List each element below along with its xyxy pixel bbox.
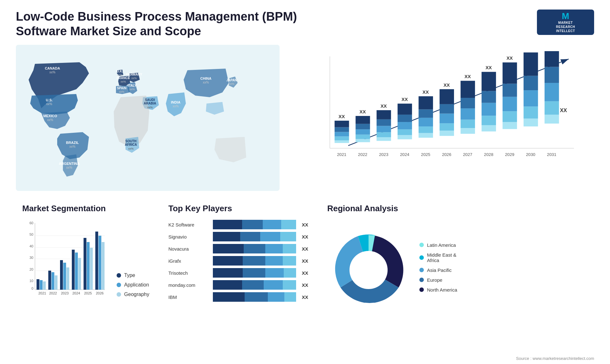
svg-rect-38: [335, 137, 349, 140]
svg-rect-134: [55, 275, 58, 290]
svg-text:XX: XX: [360, 109, 366, 114]
svg-text:2021: 2021: [38, 291, 46, 295]
svg-text:2031: 2031: [547, 152, 556, 157]
asia-pacific-dot: [419, 268, 424, 272]
svg-text:ARGENTINA: ARGENTINA: [59, 162, 79, 165]
map-container: CANADA xx% U.S. xx% MEXICO xx% BRAZIL xx…: [16, 45, 280, 191]
svg-rect-59: [397, 129, 412, 135]
svg-rect-136: [60, 260, 63, 290]
svg-text:U.S.: U.S.: [46, 98, 52, 102]
player-row: Trisotech XX: [168, 268, 308, 278]
svg-text:XX: XX: [464, 74, 471, 79]
header: Low-Code Business Process Management (BP…: [16, 10, 594, 38]
svg-text:2021: 2021: [337, 152, 346, 157]
svg-point-152: [349, 251, 388, 289]
svg-text:20: 20: [30, 267, 33, 271]
svg-rect-44: [356, 139, 370, 142]
mea-label: Middle East &Africa: [427, 252, 457, 263]
player-xx: XX: [302, 294, 308, 300]
svg-text:2025: 2025: [84, 291, 92, 295]
svg-rect-97: [503, 63, 517, 84]
svg-text:xx%: xx%: [50, 71, 56, 74]
player-bar: [213, 244, 296, 253]
player-row: IBM XX: [168, 292, 308, 302]
svg-rect-82: [461, 98, 475, 108]
svg-rect-65: [418, 133, 433, 138]
svg-text:XX: XX: [506, 56, 513, 61]
svg-rect-96: [503, 84, 517, 97]
player-name: Signavio: [168, 234, 210, 239]
svg-rect-61: [397, 115, 412, 122]
svg-text:XX: XX: [402, 97, 408, 102]
north-america-label: North America: [427, 287, 457, 293]
logo-box: M MARKET RESEARCH INTELLECT: [537, 10, 594, 35]
svg-text:AFRICA: AFRICA: [125, 143, 137, 146]
svg-text:2024: 2024: [72, 291, 80, 295]
svg-rect-149: [98, 236, 101, 290]
svg-text:60: 60: [30, 221, 33, 225]
svg-text:XX: XX: [381, 104, 387, 109]
svg-rect-144: [84, 238, 86, 290]
svg-rect-68: [418, 110, 433, 118]
player-bar: [213, 292, 296, 302]
svg-text:50: 50: [30, 233, 33, 236]
svg-rect-80: [461, 120, 475, 128]
svg-rect-93: [503, 122, 517, 129]
reg-legend-north-america: North America: [419, 287, 457, 293]
player-row: iGrafx XX: [168, 256, 308, 266]
svg-text:30: 30: [30, 256, 33, 260]
svg-text:2030: 2030: [526, 152, 535, 157]
player-row: Signavio XX: [168, 232, 308, 241]
svg-text:xx%: xx%: [229, 82, 234, 85]
svg-text:xx%: xx%: [147, 106, 152, 109]
player-row: K2 Software XX: [168, 220, 308, 229]
player-xx: XX: [302, 246, 308, 252]
svg-text:xx%: xx%: [131, 77, 137, 80]
svg-text:2026: 2026: [96, 291, 104, 295]
legend-application: Application: [117, 282, 149, 288]
europe-dot: [419, 278, 424, 282]
seg-chart-area: 60 50 40 30 20 10 0: [22, 220, 149, 304]
legend-type-label: Type: [124, 273, 135, 278]
player-xx: XX: [302, 234, 308, 239]
svg-text:2028: 2028: [484, 152, 493, 157]
player-name: Novacura: [168, 246, 210, 252]
svg-text:xx%: xx%: [120, 80, 126, 83]
svg-text:xx%: xx%: [203, 81, 209, 84]
players-list: K2 Software XX Signavio: [168, 220, 308, 302]
player-xx: XX: [302, 270, 308, 276]
svg-text:ITALY: ITALY: [128, 84, 137, 87]
svg-rect-69: [418, 96, 433, 109]
svg-rect-87: [482, 116, 496, 125]
regional-title: Regional Analysis: [327, 204, 588, 213]
donut-chart-svg: [327, 222, 410, 311]
svg-rect-128: [37, 279, 39, 290]
svg-rect-86: [482, 125, 496, 131]
svg-rect-48: [356, 116, 370, 124]
legend-geography: Geography: [117, 292, 149, 297]
player-name: monday.com: [168, 282, 210, 288]
svg-rect-83: [461, 81, 475, 98]
svg-rect-51: [376, 137, 391, 141]
svg-rect-95: [503, 97, 517, 111]
svg-text:XX: XX: [560, 107, 567, 113]
latin-america-dot: [419, 243, 424, 247]
world-map-svg: CANADA xx% U.S. xx% MEXICO xx% BRAZIL xx…: [16, 45, 280, 191]
source-text: Source : www.marketresearchintellect.com: [516, 356, 594, 361]
players-container: Top Key Players K2 Software XX Signavio: [162, 200, 315, 318]
svg-rect-145: [87, 242, 90, 290]
svg-rect-94: [503, 111, 517, 122]
svg-text:2027: 2027: [463, 152, 472, 157]
svg-text:SAUDI: SAUDI: [145, 98, 155, 102]
svg-rect-41: [335, 121, 349, 127]
svg-rect-146: [90, 248, 93, 290]
svg-text:2026: 2026: [442, 152, 451, 157]
legend-type: Type: [117, 273, 149, 278]
svg-text:GERMANY: GERMANY: [126, 73, 142, 76]
bar-chart-svg: XX 2021 XX 2022 XX 2023: [308, 51, 588, 172]
svg-text:2023: 2023: [61, 291, 69, 295]
svg-rect-76: [440, 89, 454, 104]
svg-rect-66: [418, 126, 433, 133]
svg-rect-108: [545, 101, 559, 115]
seg-legend: Type Application Geography: [117, 273, 149, 304]
